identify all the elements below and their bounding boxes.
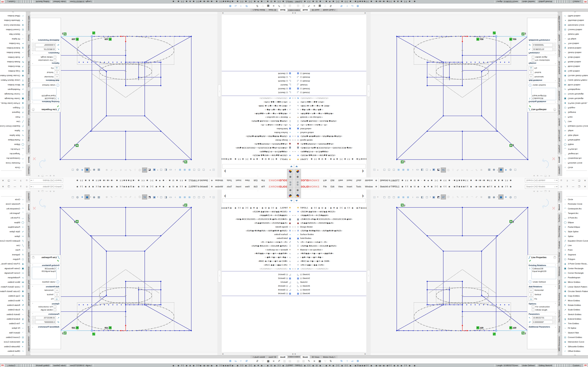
add-relation-button[interactable]: — Horizontal — [529, 75, 556, 79]
sketch-tool-item[interactable]: ▪ Point — [562, 248, 588, 252]
shaded-pressed-icon[interactable]: ◼ — [498, 167, 503, 173]
command-tab[interactable]: Direct Editing — [26, 224, 30, 239]
folder-icon[interactable]: ▱ — [350, 359, 355, 363]
feature-tree-row[interactable]: ▸ ▭ Design Binder — [222, 138, 294, 142]
tab-nav-button[interactable]: ▶ — [290, 9, 291, 11]
feature-tree-row[interactable]: ◺ (-) Sketch1 — [294, 273, 366, 276]
scroll-left-icon[interactable]: ◀ — [293, 12, 294, 14]
tab-nav-button[interactable]: ◀ — [295, 9, 297, 11]
spray-disabled-icon[interactable]: ❀ — [479, 195, 484, 199]
scroll-right-icon[interactable]: ▶ — [222, 353, 223, 355]
help-icon[interactable]: ? — [564, 185, 570, 188]
doc-close-icon[interactable]: ✕ — [38, 175, 40, 177]
spinner-control[interactable]: ▴▾ — [553, 48, 556, 51]
wireframe-icon[interactable]: ◻ — [201, 195, 206, 199]
tree-twisty-icon[interactable]: ▸ — [294, 214, 296, 216]
doc-close-icon[interactable]: ✕ — [548, 190, 550, 192]
sketch-tool-item[interactable]: ◈ 3 Point Center Recta... — [562, 101, 588, 106]
graphics-horizontal-scrollbar[interactable] — [371, 352, 558, 355]
feature-tree-row[interactable]: ◺ (-) Sketch1 — [294, 91, 366, 95]
feature-tree-row[interactable]: ▸ ▰ ○25ƐƐИNAU+○◦○+UAИNƐƐ25○ — [222, 267, 294, 271]
tree-twisty-icon[interactable]: ▸ — [294, 268, 296, 270]
shaded-with-edges-icon[interactable]: ◼ — [187, 195, 192, 199]
sketch-tool-item[interactable]: ▪ Point — [562, 115, 588, 119]
feature-tree-row[interactable]: ▸ ◔ ○Ж♟◉✚25◦Ф○◦○Ф◦25✚◉♟Ж○ — [222, 150, 294, 154]
hidden-lines-removed-icon[interactable]: ◻ — [391, 195, 396, 199]
add-relation-button[interactable]: ❘ Vertical — [529, 71, 556, 75]
search-input[interactable]: Search CAD Models ⌕ ▾ — [30, 184, 63, 189]
command-tab[interactable]: Weldments — [558, 89, 562, 102]
collapse-icon[interactable]: ⌃ — [555, 313, 556, 315]
tree-twisty-icon[interactable]: ▸ — [292, 151, 294, 153]
confirmation-corner-cancel-icon[interactable]: ✕ — [552, 206, 556, 211]
command-tab[interactable]: Mold Tools — [558, 76, 562, 89]
menu-item[interactable]: View — [245, 185, 250, 188]
feature-tree-row[interactable]: ◺ (-) Sketch4 — [294, 288, 366, 292]
sketch-tool-item[interactable]: ƒ Equation Driven Curve — [562, 239, 588, 243]
feature-tree-row[interactable]: ◗ Surface Bodies — [222, 131, 294, 134]
tree-twisty-icon[interactable]: ▸ — [294, 139, 296, 141]
feature-tree-row[interactable]: ✎ ○25·∩✳♟Am○◦○mA♟✳∩·25○ — [222, 240, 294, 244]
feature-tree-row[interactable]: ✎ ○25·∩✳♟Am○◦○mA♟✳∩·25○ — [222, 123, 294, 127]
checkbox[interactable] — [54, 309, 56, 311]
doc-restore-icon[interactable]: ❐ — [545, 175, 546, 177]
menu-item[interactable]: Tools — [356, 179, 361, 182]
command-tab[interactable]: Features — [26, 191, 30, 202]
feature-tree-row[interactable]: ▸ ▭ Design Binder — [294, 138, 366, 142]
panel-help-icon[interactable]: ? — [32, 108, 35, 111]
sketch-tool-item[interactable]: ◠ Centerpoint Arc — [0, 156, 26, 161]
sketch-tool-item[interactable]: ☸ Circular Sketch Pattern — [0, 73, 26, 78]
table-grid-icon[interactable]: ▦ — [266, 5, 271, 8]
sketch-tool-item[interactable]: ⋈ Mirror Entities — [562, 280, 588, 284]
user-icon[interactable]: ☺ — [558, 185, 564, 188]
sketch-tool-item[interactable]: ◖ Partial Ellipse — [0, 225, 26, 229]
save-icon[interactable]: ▣ — [152, 168, 157, 172]
toolbar-icon[interactable] — [379, 168, 382, 172]
tree-twisty-icon[interactable]: ▸ — [292, 214, 294, 216]
sketch-tool-item[interactable]: ∾ Spline — [562, 128, 588, 133]
pen-disabled-icon[interactable]: ✐ — [109, 168, 114, 172]
pencil-disabled-icon[interactable]: ✎ — [455, 168, 460, 172]
sketch-tool-item[interactable]: ◝ Sketch Fillet — [0, 331, 26, 335]
sketch-tool-item[interactable]: ◈ 3 Point Center Recta... — [0, 101, 26, 106]
highlighter-icon[interactable]: ✎ — [276, 5, 282, 8]
status-custom-dropdown[interactable]: Custom ▴ — [5, 364, 18, 367]
confirmation-corner-arrow-icon[interactable]: ⤾ — [539, 156, 551, 170]
toolbar-icon[interactable] — [206, 195, 209, 199]
panel-drag-handle[interactable]: ◦ — [294, 190, 366, 192]
toolbar-icon[interactable] — [484, 195, 487, 199]
feature-tree-row[interactable] — [294, 271, 366, 272]
zebra-stripes-icon[interactable]: ◩ — [147, 168, 152, 172]
shaded-icon[interactable]: ◼ — [401, 168, 406, 172]
trim-disabled-icon[interactable]: ✂ — [460, 168, 465, 172]
sketch-tool-item[interactable]: ↗ Move Entities — [0, 64, 26, 69]
section-view-icon[interactable]: ◧ — [164, 195, 168, 199]
sketch-tool-item[interactable]: ○ Circle — [562, 165, 588, 170]
relations-listbox[interactable]: Collinear108Equal length109 — [32, 267, 57, 279]
add-relations-header[interactable]: Add Relations⌃ — [32, 79, 59, 82]
popout-caret-icon[interactable]: ▾ — [377, 195, 379, 199]
feature-tree-row[interactable]: ▱ ○✚ЖƆ◦♟○✳◉○◦○◉✳○♟◦ƆЖ✚○ — [222, 259, 294, 263]
matte-sphere-icon[interactable]: ◍ — [75, 168, 80, 172]
ok-button[interactable]: ✔ — [32, 259, 59, 262]
command-tab[interactable]: Mesh Modeling — [558, 291, 562, 308]
sketch-tool-item[interactable]: ┳ Extend Entities — [0, 46, 26, 50]
configuration-tab[interactable]: ⧉ — [294, 184, 301, 187]
wireframe-icon[interactable]: ◻ — [382, 168, 387, 172]
perpendicular-disabled-icon[interactable]: ⊥ — [451, 168, 455, 172]
add-relation-button[interactable]: ⚓ Fix — [529, 297, 556, 301]
spinner-control[interactable]: ▴▾ — [553, 43, 556, 47]
relation-item[interactable]: Equal length109 — [532, 94, 555, 97]
user-icon[interactable]: ☺ — [558, 179, 564, 182]
feature-tree-row[interactable]: ◺ (-) Sketch4 — [222, 288, 294, 292]
sort-icon[interactable]: ⇅ — [255, 5, 260, 8]
sketch-tool-item[interactable]: ⊞ Copy Entities — [562, 69, 588, 73]
graphics-horizontal-scrollbar[interactable] — [30, 352, 217, 355]
close-button[interactable]: ✕ — [0, 185, 6, 188]
arc-disabled-icon[interactable]: ◠ — [114, 195, 119, 199]
feature-tree-row[interactable]: Σ ○25ИN◉◦✚AU¤ƐƐ○◦○ƐƐ¤UA✚◦◉ИN25○ — [294, 244, 366, 248]
minimize-button[interactable]: — — [12, 179, 18, 182]
sketch-tool-item[interactable]: ∾ Spline — [0, 128, 26, 133]
feature-tree-row[interactable]: ⌖ ○ИN◦Ɔ◦♟◉○◦○◉♟◦Ɔ◦ИN○ — [294, 100, 366, 104]
tab-nav-button[interactable]: ▶ — [297, 356, 298, 358]
